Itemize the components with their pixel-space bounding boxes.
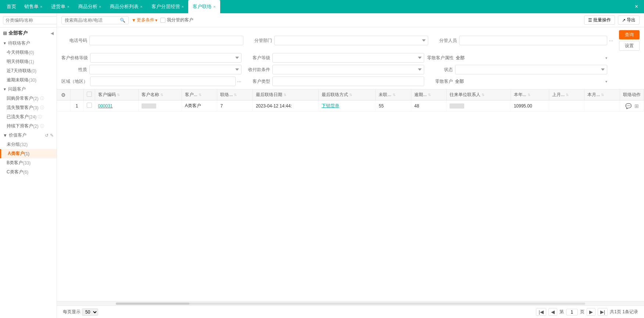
col-overdue-header[interactable]: 逾期...⇅ (411, 89, 446, 100)
nav-tab-customer-contact[interactable]: 客户联络 × (188, 0, 220, 13)
nav-tab-sales[interactable]: 销售单 × (20, 0, 47, 13)
sidebar-item-declining[interactable]: 持续下滑客户 (2) ⓘ (0, 121, 57, 131)
sidebar-item-overdue-pending[interactable]: 逾期未联络 (30) (0, 75, 57, 85)
collapse-icon[interactable]: ◀ (51, 31, 54, 35)
setting-button[interactable]: 设置 (619, 41, 640, 51)
filter-person-input[interactable] (459, 36, 607, 45)
col-name-header[interactable]: 客户名称⇅ (138, 89, 182, 100)
filter-region-dots[interactable]: ··· (237, 78, 242, 84)
chat-icon[interactable]: 💬 (625, 103, 632, 109)
sort-icon: ⇅ (283, 93, 286, 97)
sidebar-pending-title[interactable]: ▼ 待联络客户 (0, 39, 57, 48)
nav-close-all-button[interactable]: × (632, 3, 641, 10)
filter-status-select[interactable] (455, 65, 607, 74)
close-icon[interactable]: × (213, 0, 215, 13)
customer-name-masked: ■? (142, 103, 156, 109)
arrow-down-icon: ▼ (3, 87, 7, 91)
sort-icon: ⇅ (527, 93, 530, 97)
nav-tab-analysis-list[interactable]: 商品分析列表 × (105, 0, 147, 13)
prev-page-button[interactable]: ◀ (548, 308, 557, 316)
filter-customer-type-input[interactable] (272, 77, 425, 86)
export-button[interactable]: ↗ 导出 (618, 15, 640, 25)
sidebar-item-repurchase-abnormal[interactable]: 回购异常客户 (2) ⓘ (0, 94, 57, 103)
sidebar-item-a-class[interactable]: A类客户 (1) (0, 149, 57, 158)
filter-search-icon[interactable]: 🔍 (120, 18, 125, 23)
filter-payment-select[interactable] (272, 65, 425, 74)
sort-icon: ⇅ (198, 93, 201, 97)
col-this-month-header[interactable]: 本月...⇅ (584, 89, 620, 100)
filter-person-dots[interactable]: ··· (609, 38, 613, 43)
query-button[interactable]: 查询 (619, 30, 640, 39)
nav-tab-customer-tier[interactable]: 客户分层经营 × (147, 0, 188, 13)
col-this-year-header[interactable]: 本年...⇅ (511, 89, 549, 100)
page-number-input[interactable] (566, 309, 578, 315)
close-icon[interactable]: × (182, 0, 184, 13)
nav-tab-analysis[interactable]: 商品分析 × (74, 0, 105, 13)
sidebar-item-ungroup[interactable]: 未分组 (32) (0, 140, 57, 149)
horizontal-scrollbar[interactable] (57, 301, 644, 305)
close-icon[interactable]: × (40, 0, 42, 13)
arrow-down-icon: ▼ (3, 133, 7, 138)
filter-region-input[interactable] (90, 77, 236, 86)
table-wrap: ⚙ 客户编码⇅ 客户名称⇅ (57, 89, 644, 301)
scrollbar-thumb[interactable] (116, 303, 189, 305)
select-all-checkbox[interactable] (87, 92, 92, 97)
batch-op-button[interactable]: ☰ 批量操作 (584, 15, 615, 25)
sidebar-problem-title[interactable]: ▼ 问题客户 (0, 85, 57, 94)
col-unit-contact-header[interactable]: 往来单位联系人⇅ (447, 89, 511, 100)
filter-nature-select[interactable] (89, 65, 242, 74)
filter-dept-select[interactable] (274, 36, 428, 45)
batch-icon: ☰ (588, 18, 592, 23)
last-method-link[interactable]: 下销货单 (322, 103, 339, 108)
table-settings-button[interactable]: ⚙ (61, 92, 66, 98)
filter-price-level-select[interactable] (90, 53, 242, 63)
filter-bar: 🔍 ▼ 更多条件 ▾ 我分管的客户 ☰ 批量操作 (57, 13, 644, 27)
sidebar-item-b-class[interactable]: B类客户 (33) (0, 158, 57, 167)
chevron-down-icon: ▾ (605, 56, 607, 60)
sidebar-item-c-class[interactable]: C类客户 (6) (0, 167, 57, 177)
col-last-month-header[interactable]: 上月...⇅ (549, 89, 584, 100)
sidebar-item-churned[interactable]: 已流失客户 (24) ⓘ (0, 112, 57, 121)
qr-icon[interactable]: ⊞ (634, 103, 639, 109)
col-type-header[interactable]: 客户...⇅ (182, 89, 217, 100)
app-root: 首页 销售单 × 进货单 × 商品分析 × 商品分析列表 × 客户分层经营 × … (0, 0, 644, 318)
last-page-button[interactable]: ▶| (598, 308, 608, 316)
filter-customer-level-select[interactable] (272, 53, 425, 63)
sidebar-item-tomorrow-pending[interactable]: 明天待联络 (1) (0, 57, 57, 66)
col-last-date-header[interactable]: 最后联络日期⇅ (253, 89, 318, 100)
nav-home[interactable]: 首页 (3, 0, 20, 13)
close-icon[interactable]: × (67, 0, 69, 13)
info-icon: ⓘ (40, 123, 44, 129)
sidebar-item-churn-warning[interactable]: 流失预警客户 (3) ⓘ (0, 103, 57, 112)
sort-icon: ⇅ (428, 93, 431, 97)
col-last-method-header[interactable]: 最后联络方式⇅ (318, 89, 376, 100)
refresh-icon[interactable]: ↺ (45, 133, 49, 138)
filter-status: 状态 (427, 65, 607, 74)
filter-retail-attr-value: 全部 (456, 55, 465, 61)
edit-icon[interactable]: ✎ (50, 133, 54, 138)
filter-actions: ☰ 批量操作 ↗ 导出 (584, 15, 640, 25)
filter-my-customers[interactable]: 我分管的客户 (160, 17, 193, 23)
sidebar-search-input[interactable] (3, 16, 57, 24)
customer-code-link[interactable]: 000031 (98, 103, 113, 109)
sidebar-item-today-pending[interactable]: 今天待联络 (0) (0, 48, 57, 57)
close-icon[interactable]: × (140, 0, 142, 13)
sidebar-item-7days-pending[interactable]: 近7天待联络 (0) (0, 66, 57, 75)
col-contacts-header[interactable]: 联络...⇅ (217, 89, 253, 100)
next-page-button[interactable]: ▶ (587, 308, 595, 316)
sidebar-all-customers[interactable]: ⊞ 全部客户 ◀ (0, 28, 57, 39)
col-code-header[interactable]: 客户编码⇅ (95, 89, 138, 100)
filter-row-3: 性质 收付款条件 状态 (61, 65, 640, 74)
sort-icon: ⇅ (393, 93, 396, 97)
per-page-select[interactable]: 50 (82, 308, 98, 316)
row-checkbox[interactable] (87, 103, 92, 108)
close-icon[interactable]: × (99, 0, 101, 13)
col-no-contact-header[interactable]: 未联...⇅ (376, 89, 411, 100)
row-check (83, 100, 95, 112)
first-page-button[interactable]: |◀ (536, 308, 546, 316)
nav-tab-purchase[interactable]: 进货单 × (47, 0, 74, 13)
my-customers-checkbox[interactable] (160, 18, 165, 23)
filter-more-button[interactable]: ▼ 更多条件 ▾ (132, 17, 157, 23)
filter-phone-input[interactable] (89, 36, 243, 45)
filter-search-input[interactable] (65, 18, 120, 23)
